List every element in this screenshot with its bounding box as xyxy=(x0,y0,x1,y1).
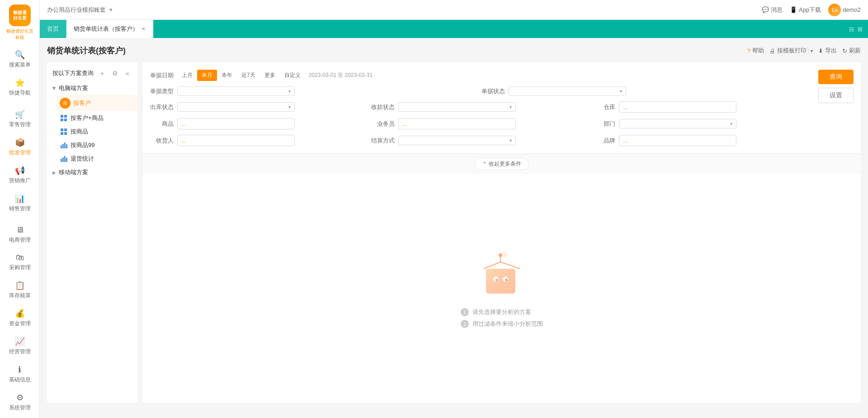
export-button[interactable]: ⬇ 导出 xyxy=(818,47,837,55)
svg-rect-16 xyxy=(486,269,515,294)
svg-rect-1 xyxy=(64,115,67,118)
sidebar-item-purchase[interactable]: 🛍 采购管理 xyxy=(0,248,39,276)
tree-leaf-label-by-product: 按商品 xyxy=(71,128,88,136)
collapse-label: 收起更多条件 xyxy=(489,160,521,168)
search-icon: 🔍 xyxy=(15,50,25,60)
page-content: 销货单统计表(按客户) ? 帮助 🖨 按模板打印 ▾ ⬇ xyxy=(40,38,868,418)
app-download-button[interactable]: 📱 App下载 xyxy=(790,6,821,14)
order-status-select[interactable]: ▾ xyxy=(509,86,626,96)
query-button[interactable]: 查询 xyxy=(818,70,854,84)
header-left: 办公用品行业模拟账套 ▾ xyxy=(47,6,113,14)
product-select[interactable]: ... xyxy=(177,118,295,129)
main-content: 办公用品行业模拟账套 ▾ 💬 消息 📱 App下载 Ea demo2 首页 xyxy=(40,0,868,418)
settlement-select[interactable]: ▾ xyxy=(398,136,516,145)
logo-subtitle: 畅捷通好生意 标版 xyxy=(6,28,33,41)
tree-leaf-customer-product[interactable]: 按客户+商品 xyxy=(56,111,137,125)
dept-arrow-icon: ▾ xyxy=(730,121,732,126)
tree-mobile: ▶ 移动端方案 xyxy=(47,166,137,179)
sidebar-item-search[interactable]: 🔍 搜索菜单 xyxy=(0,45,39,73)
date-btn-custom[interactable]: 自定义 xyxy=(280,70,305,81)
date-btn-this-month[interactable]: 本月 xyxy=(197,70,217,81)
tree-leaf-by-product-99[interactable]: 按商品99 xyxy=(56,138,137,152)
date-btn-7days[interactable]: 近7天 xyxy=(237,70,260,81)
settings-button[interactable]: 设置 xyxy=(818,88,854,103)
tab-sales-stat[interactable]: 销货单统计表（按客户） ✕ xyxy=(66,20,153,38)
brand-select[interactable]: ... xyxy=(619,135,736,146)
collapse-panel-icon[interactable]: « xyxy=(123,69,132,78)
tip-num-2: 2 xyxy=(461,320,469,328)
order-type-label: 单据类型 xyxy=(150,87,177,95)
svg-rect-3 xyxy=(64,119,67,121)
svg-rect-2 xyxy=(61,119,63,121)
svg-point-22 xyxy=(499,253,502,257)
scheme-settings-icon[interactable]: ⚙ xyxy=(110,69,119,78)
tab-close-icon[interactable]: ✕ xyxy=(141,26,146,32)
sidebar-item-retail[interactable]: 🛒 零售管理 xyxy=(0,105,39,133)
date-btn-last-month[interactable]: 上月 xyxy=(177,70,197,81)
collapse-up-icon: ⌃ xyxy=(482,161,487,167)
sidebar: 畅捷通好生意 畅捷通好生意 标版 🔍 搜索菜单 ⭐ 快捷导航 🛒 零售管理 📦 … xyxy=(0,0,40,418)
tree-leaf-by-product[interactable]: 按商品 xyxy=(56,125,137,138)
user-profile-button[interactable]: Ea demo2 xyxy=(828,4,861,16)
tree-mobile-label: 移动端方案 xyxy=(59,168,88,176)
sidebar-item-basic[interactable]: ℹ 基础信息 xyxy=(0,360,39,388)
wholesale-icon: 📦 xyxy=(15,138,25,147)
order-type-select[interactable]: ▾ xyxy=(177,86,295,96)
svg-rect-9 xyxy=(62,144,64,148)
empty-state: 1 请先选择要分析的方案 2 用过滤条件来缩小分析范围 xyxy=(143,174,861,403)
collapse-button[interactable]: ⌃ 收起更多条件 xyxy=(475,158,529,170)
industry-label: 办公用品行业模拟账套 xyxy=(47,6,106,14)
svg-rect-14 xyxy=(64,156,66,162)
order-type-arrow-icon: ▾ xyxy=(288,89,291,94)
print-arrow-icon[interactable]: ▾ xyxy=(808,48,813,53)
basic-icon: ℹ xyxy=(18,365,21,375)
print-icon: 🖨 xyxy=(769,48,775,54)
sidebar-item-sales-mgmt[interactable]: 📊 销售管理 xyxy=(0,189,39,217)
refresh-button[interactable]: ↻ 刷新 xyxy=(842,47,861,55)
sidebar-item-finance[interactable]: 💰 资金管理 xyxy=(0,304,39,332)
sidebar-item-inventory[interactable]: 📋 库存核算 xyxy=(0,276,39,304)
empty-tip-1-text: 请先选择要分析的方案 xyxy=(472,308,531,316)
message-button[interactable]: 💬 消息 xyxy=(762,6,783,14)
sidebar-item-quick-nav[interactable]: ⭐ 快捷导航 xyxy=(0,73,39,101)
help-button[interactable]: ? 帮助 xyxy=(747,47,764,55)
dept-select[interactable]: ▾ xyxy=(619,119,736,128)
sidebar-item-ecommerce[interactable]: 🖥 电商管理 xyxy=(0,221,39,248)
sidebar-item-marketing[interactable]: 📢 营销推广 xyxy=(0,161,39,189)
filter-row-date: 单据日期 上月 本月 本年 近7天 更多 自定义 xyxy=(150,70,807,81)
filter-area: 单据日期 上月 本月 本年 近7天 更多 自定义 xyxy=(143,62,861,154)
app-logo[interactable]: 畅捷通好生意 畅捷通好生意 标版 xyxy=(0,0,39,45)
tree-leaf-label-return-stat: 退货统计 xyxy=(71,155,94,163)
sidebar-label-finance: 资金管理 xyxy=(9,320,31,328)
sidebar-item-wholesale[interactable]: 📦 批发管理 xyxy=(0,133,39,161)
tab-sales-stat-label: 销货单统计表（按客户） xyxy=(74,25,138,33)
sidebar-label-retail: 零售管理 xyxy=(9,121,31,128)
tab-home[interactable]: 首页 xyxy=(40,20,66,38)
add-scheme-button[interactable]: + xyxy=(98,69,107,78)
tab-minimize-icon[interactable]: ⊟ xyxy=(849,26,854,33)
sidebar-item-operation[interactable]: 📈 经营管理 xyxy=(0,332,39,360)
receiver-select[interactable]: ... xyxy=(177,135,295,146)
payment-status-select[interactable]: ▾ xyxy=(398,102,516,112)
sidebar-item-system[interactable]: ⚙ 系统管理 xyxy=(0,388,39,416)
inventory-icon: 📋 xyxy=(15,280,25,290)
tree-leaf-return-stat[interactable]: 退货统计 xyxy=(56,152,137,166)
staff-select[interactable]: ... xyxy=(398,118,516,129)
tree-parent-mobile[interactable]: ▶ 移动端方案 xyxy=(47,166,137,179)
warehouse-select[interactable]: ... xyxy=(619,101,736,113)
dropdown-arrow-icon[interactable]: ▾ xyxy=(109,6,113,13)
sidebar-label-search: 搜索菜单 xyxy=(9,61,31,69)
tree-parent-desktop[interactable]: ▶ 电脑端方案 xyxy=(47,81,137,95)
out-status-arrow-icon: ▾ xyxy=(288,104,291,109)
order-status-label: 单据状态 xyxy=(481,87,509,95)
tab-maximize-icon[interactable]: ⊞ xyxy=(858,26,863,33)
print-main[interactable]: 🖨 按模板打印 xyxy=(769,47,808,55)
out-status-select[interactable]: ▾ xyxy=(177,102,295,112)
print-button[interactable]: 🖨 按模板打印 ▾ xyxy=(769,47,813,55)
tree-arrow-mobile: ▶ xyxy=(52,170,56,175)
date-btn-more[interactable]: 更多 xyxy=(260,70,280,81)
tree-leaf-by-customer[interactable]: 按 按客户 xyxy=(56,95,137,111)
tree-desktop-label: 电脑端方案 xyxy=(59,84,88,92)
date-btn-this-year[interactable]: 本年 xyxy=(217,70,237,81)
two-panel: 按以下方案查询 + ⚙ « ▶ 电脑端方案 xyxy=(47,62,861,403)
